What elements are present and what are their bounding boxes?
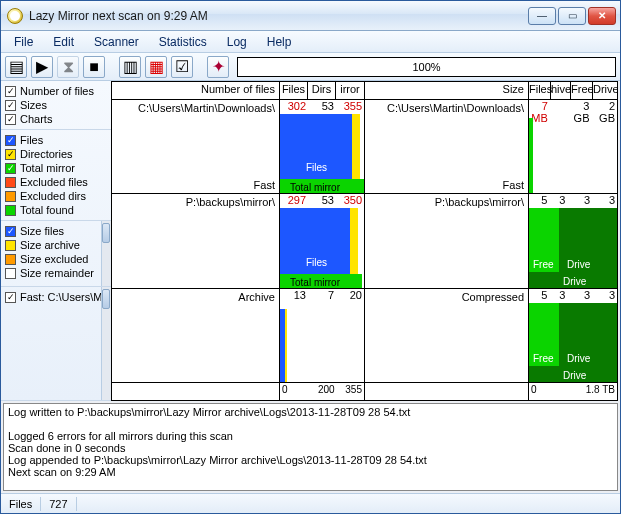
col-number-of-files: Number of files Files Dirs irror C:\User… [112, 82, 365, 400]
progress-bar: 100% [237, 57, 616, 77]
progress-text: 100% [412, 61, 440, 73]
row-compressed-right: Compressed 5 MB3 KB3 GB3 TB Drive Free D… [365, 289, 617, 382]
row-src-right: C:\Users\Martin\Downloads\Fast 7 MB3 GB2… [365, 100, 617, 194]
new-doc-button[interactable]: ▤ [5, 56, 27, 78]
chk-charts[interactable]: Charts [5, 112, 107, 126]
chk-fast-source[interactable]: Fast: C:\Users\Ma [5, 290, 107, 304]
status-label: Files [1, 497, 41, 511]
titlebar[interactable]: Lazy Mirror next scan on 9:29 AM — ▭ ✕ [1, 1, 620, 31]
chk-size-remainder[interactable]: Size remainder [5, 266, 107, 280]
row-dst-right: P:\backups\mirror\ 5 MB3 KB3 GB3 TB Driv… [365, 194, 617, 288]
sidebar-scrollbar-2[interactable] [101, 287, 111, 400]
checks-button[interactable]: ☑ [171, 56, 193, 78]
chk-directories[interactable]: Directories [5, 147, 107, 161]
app-window: Lazy Mirror next scan on 9:29 AM — ▭ ✕ F… [0, 0, 621, 514]
menu-log[interactable]: Log [218, 33, 256, 51]
row-dst-left: P:\backups\mirror\ 29753350 Total mirror… [112, 194, 364, 288]
chk-total-mirror[interactable]: Total mirror [5, 161, 107, 175]
sidebar-group-sizes: Size files Size archive Size excluded Si… [1, 221, 111, 287]
app-icon [7, 8, 23, 24]
play-icon: ▶ [36, 57, 48, 76]
chk-files[interactable]: Files [5, 133, 107, 147]
toolbar: ▤ ▶ ⧗ ■ ▥ ▦ ☑ ✦ 100% [1, 53, 620, 81]
sidebar-scrollbar[interactable] [101, 221, 111, 286]
chk-size-files[interactable]: Size files [5, 224, 107, 238]
grid-icon: ▦ [149, 57, 164, 76]
menu-edit[interactable]: Edit [44, 33, 83, 51]
menu-help[interactable]: Help [258, 33, 301, 51]
stop-button[interactable]: ■ [83, 56, 105, 78]
body: Number of files Sizes Charts Files Direc… [1, 81, 620, 401]
chk-size-excluded[interactable]: Size excluded [5, 252, 107, 266]
scrollbar-thumb-2[interactable] [102, 289, 110, 309]
chk-sizes[interactable]: Sizes [5, 98, 107, 112]
hourglass-icon: ⧗ [63, 58, 74, 76]
sidebar-group-mirrors: Fast: C:\Users\Ma [1, 287, 111, 401]
status-count: 727 [41, 497, 76, 511]
menubar: File Edit Scanner Statistics Log Help [1, 31, 620, 53]
view2-button[interactable]: ▦ [145, 56, 167, 78]
chk-excluded-dirs[interactable]: Excluded dirs [5, 189, 107, 203]
play-button[interactable]: ▶ [31, 56, 53, 78]
chk-size-archive[interactable]: Size archive [5, 238, 107, 252]
minimize-button[interactable]: — [528, 7, 556, 25]
col-size: Size Files hive Free Drive C:\Users\Mart… [365, 82, 617, 400]
row-src-left: C:\Users\Martin\Downloads\Fast 30253355 … [112, 100, 364, 194]
chk-excluded-files[interactable]: Excluded files [5, 175, 107, 189]
scrollbar-thumb[interactable] [102, 223, 110, 243]
check-icon: ☑ [175, 57, 189, 76]
col-head-right: Size Files hive Free Drive [365, 82, 617, 100]
log-textbox[interactable]: Log written to P:\backups\mirror\Lazy Mi… [3, 403, 618, 491]
book-icon: ✦ [212, 57, 225, 76]
status-bar: Files 727 [1, 493, 620, 513]
charts-panel: Number of files Files Dirs irror C:\User… [111, 81, 618, 401]
sidebar-group-categories: Files Directories Total mirror Excluded … [1, 130, 111, 221]
hourglass-button: ⧗ [57, 56, 79, 78]
sidebar: Number of files Sizes Charts Files Direc… [1, 81, 111, 401]
window-title: Lazy Mirror next scan on 9:29 AM [29, 9, 528, 23]
row-archive-left: Archive 13720 [112, 289, 364, 382]
help-button[interactable]: ✦ [207, 56, 229, 78]
col-head-left: Number of files Files Dirs irror [112, 82, 364, 100]
close-button[interactable]: ✕ [588, 7, 616, 25]
chk-total-found[interactable]: Total found [5, 203, 107, 217]
maximize-button[interactable]: ▭ [558, 7, 586, 25]
view1-button[interactable]: ▥ [119, 56, 141, 78]
chk-number-of-files[interactable]: Number of files [5, 84, 107, 98]
list-icon: ▥ [123, 57, 138, 76]
menu-file[interactable]: File [5, 33, 42, 51]
sidebar-group-display: Number of files Sizes Charts [1, 81, 111, 130]
page-icon: ▤ [9, 57, 24, 76]
menu-statistics[interactable]: Statistics [150, 33, 216, 51]
menu-scanner[interactable]: Scanner [85, 33, 148, 51]
stop-icon: ■ [89, 58, 99, 76]
